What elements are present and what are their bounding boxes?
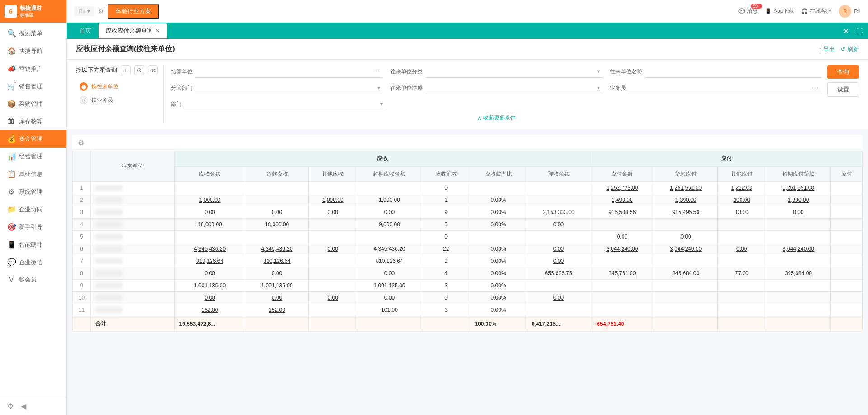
sidebar-item-search[interactable]: 🔍 搜索菜单 — [0, 24, 66, 42]
filter-collapse-toggle[interactable]: ∧ 收起更多条件 — [477, 114, 516, 122]
row-ysje[interactable]: 0.00 — [175, 267, 245, 280]
table-settings-icon[interactable]: ⚙ — [78, 138, 84, 147]
row-dkys[interactable]: 1,001,135.00 — [245, 280, 309, 292]
tab-home[interactable]: 首页 — [72, 23, 99, 38]
filter-collapse-btn[interactable]: ≪ — [148, 65, 158, 75]
row-dkyf[interactable]: 3,044,240.00 — [654, 243, 718, 255]
row-yfje[interactable]: 1,252,773.00 — [590, 182, 654, 194]
row-qtyf[interactable]: 0.00 — [717, 243, 766, 255]
row-ysje[interactable]: 4,345,436.20 — [175, 243, 245, 255]
filter-jsdw-input[interactable]: ··· — [195, 65, 383, 78]
filter-ywy-input[interactable]: ··· — [629, 81, 822, 94]
collapse-sidebar-btn[interactable]: ◀ — [21, 402, 26, 410]
topnav-gear-icon[interactable]: ⚙ — [98, 8, 104, 15]
promo-button[interactable]: 体验行业方案 — [108, 4, 159, 19]
row-cqyfd[interactable]: 1,390.00 — [766, 194, 831, 206]
row-dkyf[interactable]: 1,390.00 — [654, 194, 718, 206]
tab-close-icon[interactable]: ✕ — [156, 28, 160, 34]
row-yfje[interactable]: 3,044,240.00 — [590, 243, 654, 255]
sidebar-item-marketing[interactable]: 📣 营销推广 — [0, 60, 66, 77]
row-ysje[interactable]: 1,001,135.00 — [175, 280, 245, 292]
filter-settings-btn[interactable]: ⊙ — [134, 65, 144, 75]
sidebar-item-purchase[interactable]: 📦 采购管理 — [0, 95, 66, 113]
tab-ar-ap[interactable]: 应收应付余额查询 ✕ — [99, 23, 167, 38]
row-ysje[interactable]: 0.00 — [175, 292, 245, 304]
table-settings-button[interactable]: 设置 — [827, 82, 859, 97]
message-button[interactable]: 💬 消息 99+ — [738, 7, 758, 15]
row-yfje[interactable]: 0.00 — [590, 231, 654, 243]
row-dkys[interactable]: 18,000.00 — [245, 219, 309, 231]
sidebar-item-inventory[interactable]: 🏛 库存核算 — [0, 113, 66, 130]
refresh-button[interactable]: ↺ 刷新 — [840, 45, 859, 53]
sidebar-item-system[interactable]: ⚙ 系统管理 — [0, 183, 66, 200]
row-qtyf[interactable]: 1,222.00 — [717, 182, 766, 194]
row-qtyf[interactable]: 100.00 — [717, 194, 766, 206]
sidebar-item-wechat[interactable]: 💬 企业微信 — [0, 253, 66, 271]
filter-lwdwmc-input[interactable] — [645, 65, 822, 78]
row-qtyf[interactable]: 77.00 — [717, 267, 766, 280]
row-qtys[interactable]: 0.00 — [309, 206, 357, 219]
query-button[interactable]: 查询 — [827, 65, 859, 79]
row-cqyfd[interactable]: 0.00 — [766, 206, 831, 219]
row-ysye[interactable]: 2,153,333.00 — [527, 206, 590, 219]
tab-expand-icon[interactable]: ⛶ — [856, 27, 863, 34]
row-ysje[interactable]: 0.00 — [175, 206, 245, 219]
row-dkys — [245, 182, 309, 194]
sidebar-item-operations[interactable]: 📊 经营管理 — [0, 148, 66, 165]
row-dkys[interactable]: 152.00 — [245, 304, 309, 316]
user-menu[interactable]: R Rit — [839, 5, 861, 18]
row-yfje[interactable]: 345,761.00 — [590, 267, 654, 280]
row-yfje[interactable]: 1,490.00 — [590, 194, 654, 206]
filter-bm-input[interactable]: ▾ — [184, 98, 386, 110]
row-dkyf[interactable]: 345,684.00 — [654, 267, 718, 280]
app-download-button[interactable]: 📱 App下载 — [765, 7, 794, 15]
row-ysye[interactable]: 0.00 — [527, 219, 590, 231]
row-dkyf[interactable]: 915,495.56 — [654, 206, 718, 219]
row-ysje[interactable]: 810,126.64 — [175, 255, 245, 267]
row-cqyfd[interactable]: 3,044,240.00 — [766, 243, 831, 255]
filter-nav-item-salesman[interactable]: ◷ 按业务员 — [76, 93, 158, 107]
sidebar-item-basic-info[interactable]: 📋 基础信息 — [0, 165, 66, 183]
row-dkys[interactable]: 0.00 — [245, 267, 309, 280]
row-ysye[interactable]: 0.00 — [527, 292, 590, 304]
row-ysye[interactable]: 0.00 — [527, 243, 590, 255]
row-dkyf[interactable]: 0.00 — [654, 231, 718, 243]
row-cqyfd[interactable]: 1,251,551.00 — [766, 182, 831, 194]
export-button[interactable]: ↑ 导出 — [819, 45, 835, 53]
row-dkys[interactable]: 0.00 — [245, 206, 309, 219]
row-ysje[interactable]: 18,000.00 — [175, 219, 245, 231]
row-ysye[interactable]: 655,636.75 — [527, 267, 590, 280]
filter-lwdwxz-input[interactable]: ▾ — [425, 81, 602, 94]
sidebar-item-guide[interactable]: 🎯 新手引导 — [0, 218, 66, 236]
row-dkyf[interactable]: 1,251,551.00 — [654, 182, 718, 194]
row-qtyf — [717, 219, 766, 231]
row-dkys[interactable]: 4,345,436.20 — [245, 243, 309, 255]
sidebar-item-nav[interactable]: 🏠 快捷导航 — [0, 42, 66, 60]
row-cqyfd[interactable]: 345,684.00 — [766, 267, 831, 280]
row-yfje[interactable]: 915,508.56 — [590, 206, 654, 219]
footer-ysye[interactable]: 6,417,215.... — [527, 316, 590, 332]
filter-fgbm-input[interactable]: ▾ — [195, 81, 383, 94]
tab-window-close-icon[interactable]: ✕ — [843, 27, 849, 35]
row-ysje[interactable]: 152.00 — [175, 304, 245, 316]
row-dkys[interactable]: 810,126.64 — [245, 255, 309, 267]
filter-lwdwfl-input[interactable]: ▾ — [425, 65, 602, 78]
service-button[interactable]: 🎧 在线客服 — [801, 7, 831, 15]
sidebar-item-finance[interactable]: 💰 资金管理 — [0, 130, 66, 148]
row-qtys[interactable]: 1,000.00 — [309, 194, 357, 206]
row-ysye[interactable]: 0.00 — [527, 255, 590, 267]
row-qtys[interactable]: 0.00 — [309, 243, 357, 255]
sidebar-item-hardware[interactable]: 📱 智能硬件 — [0, 236, 66, 253]
footer-ysje[interactable]: 19,553,472,6... — [175, 316, 245, 332]
filter-nav-item-unit[interactable]: ⬤ 按往来单位 — [76, 80, 158, 93]
row-ysje[interactable]: 1,000.00 — [175, 194, 245, 206]
filter-add-btn[interactable]: + — [121, 65, 131, 75]
sidebar-item-member[interactable]: V 畅会员 — [0, 271, 66, 288]
row-num: 8 — [73, 267, 91, 280]
sidebar-item-corp[interactable]: 📁 企业协同 — [0, 200, 66, 218]
row-qtyf[interactable]: 13.00 — [717, 206, 766, 219]
sidebar-item-sales[interactable]: 🛒 销售管理 — [0, 77, 66, 95]
settings-footer-btn[interactable]: ⚙ — [7, 402, 14, 410]
row-qtys[interactable]: 0.00 — [309, 292, 357, 304]
row-dkys[interactable]: 0.00 — [245, 292, 309, 304]
